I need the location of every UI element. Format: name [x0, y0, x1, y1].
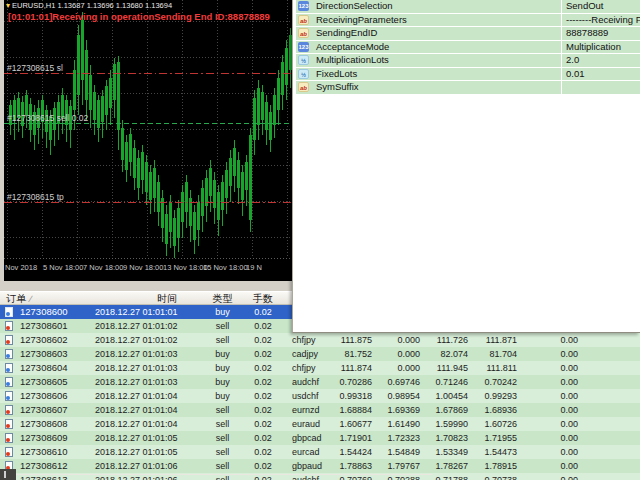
cell-profit: 0.00 [520, 347, 578, 361]
cell-price-open: 1.54424 [322, 445, 372, 459]
cell-price-sl: 1.54849 [372, 445, 420, 459]
candle-body [233, 148, 236, 176]
param-value[interactable]: --------Receiving Param [566, 14, 640, 27]
cell-price-current: 1.71955 [468, 431, 517, 445]
cell-price-sl: 1.72323 [372, 431, 420, 445]
cell-lots: 0.02 [238, 459, 288, 473]
cell-price-sl: 0.000 [372, 347, 420, 361]
param-name: AcceptanceMode [316, 41, 389, 54]
cell-time: 2018.12.27 01:01:06 [95, 459, 177, 473]
candle-body [273, 95, 276, 125]
cell-order: 127308602 [20, 333, 94, 347]
chart-window[interactable]: ▾EURUSD,H1 1.13687 1.13696 1.13680 1.136… [4, 0, 292, 281]
cell-profit: 0.00 [520, 389, 578, 403]
param-name: DirectionSelection [316, 0, 393, 13]
chart-symbol-ohlc: ▾EURUSD,H1 1.13687 1.13696 1.13680 1.136… [6, 1, 172, 10]
candle-body [77, 35, 80, 95]
window-edge-strip [16, 474, 432, 480]
candle-body [125, 142, 128, 170]
candle-body [137, 158, 140, 188]
order-row[interactable]: 1273086122018.12.27 01:01:06sell0.02gbpa… [0, 459, 640, 473]
param-type-half-icon: ½ [298, 69, 309, 79]
order-row[interactable]: 1273086072018.12.27 01:01:04sell0.02eurn… [0, 403, 640, 417]
order-row[interactable]: 1273086042018.12.27 01:01:03buy0.02chfjp… [0, 361, 640, 375]
param-type-123-icon: 123 [298, 1, 309, 11]
header-time[interactable]: 时间 [95, 292, 177, 305]
header-order[interactable]: 订单∕ [6, 292, 32, 306]
order-doc-icon [5, 377, 13, 387]
param-name: SendingEndID [316, 27, 377, 40]
parameter-row[interactable]: abSymSuffix [296, 81, 640, 94]
candle-body [101, 96, 104, 122]
cell-price-open: 111.875 [322, 333, 372, 347]
candle-body [269, 112, 272, 140]
order-doc-icon [5, 405, 13, 415]
candle-body [193, 212, 196, 240]
param-value[interactable]: 2.0 [566, 54, 579, 67]
param-value[interactable]: 0.01 [566, 68, 585, 81]
cell-price-open: 1.60677 [322, 417, 372, 431]
cell-lots: 0.02 [238, 305, 288, 319]
cell-price-sl: 1.69369 [372, 403, 420, 417]
cell-lots: 0.02 [238, 375, 288, 389]
order-row[interactable]: 1273086062018.12.27 01:01:04buy0.02usdch… [0, 389, 640, 403]
expert-properties-dialog: 123DirectionSelectionSendOutabReceivingP… [292, 0, 640, 333]
order-row[interactable]: 1273086102018.12.27 01:01:05sell0.02eurc… [0, 445, 640, 459]
candle-body [153, 168, 156, 198]
cell-profit: 0.00 [520, 361, 578, 375]
candle-body [241, 172, 244, 200]
cell-order: 127308612 [20, 459, 94, 473]
candle-body [173, 218, 176, 246]
parameter-row[interactable]: ½MultiplicationLots2.0 [296, 54, 640, 67]
order-line-label: #127308615 sell 0.02 [7, 113, 88, 123]
candle-body [121, 128, 124, 160]
cell-profit: 0.00 [520, 417, 578, 431]
cell-lots: 0.02 [238, 445, 288, 459]
order-row[interactable]: 1273086052018.12.27 01:01:03buy0.02audch… [0, 375, 640, 389]
order-row[interactable]: 1273086092018.12.27 01:01:05sell0.02gbpc… [0, 431, 640, 445]
header-lots[interactable]: 手数 [238, 292, 288, 305]
cell-price-sl: 0.000 [372, 361, 420, 375]
param-value[interactable]: Multiplication [566, 41, 621, 54]
parameter-row[interactable]: abReceivingParameters--------Receiving P… [296, 14, 640, 27]
cell-price-open: 1.71901 [322, 431, 372, 445]
candle-body [97, 100, 100, 128]
chart-ohlc-text: EURUSD,H1 1.13687 1.13696 1.13680 1.1369… [12, 1, 172, 10]
cell-price-tp: 1.78267 [420, 459, 468, 473]
candle-body [129, 134, 132, 162]
order-row[interactable]: 1273086032018.12.27 01:01:03buy0.02cadjp… [0, 347, 640, 361]
order-row[interactable]: 1273086082018.12.27 01:01:04sell0.02eura… [0, 417, 640, 431]
parameter-row[interactable]: ½FixedLots0.01 [296, 68, 640, 81]
chart-symbol-icon: ▾ [6, 1, 10, 10]
order-sell-dot [6, 452, 10, 456]
cell-price-tp: 1.70823 [420, 431, 468, 445]
candle-body [165, 214, 168, 244]
param-type-ab-icon: ab [298, 28, 309, 38]
cell-time: 2018.12.27 01:01:02 [95, 319, 177, 333]
cell-price-open: 1.68884 [322, 403, 372, 417]
param-type-123-icon: 123 [298, 42, 309, 52]
cell-price-current: 0.99293 [468, 389, 517, 403]
time-axis-label: 19 N [246, 263, 262, 272]
order-buy-dot [6, 396, 10, 400]
param-value[interactable]: 88878889 [566, 27, 608, 40]
parameter-row[interactable]: abSendingEndID88878889 [296, 27, 640, 40]
param-value[interactable]: SendOut [566, 0, 604, 13]
chart-canvas[interactable] [4, 0, 292, 281]
candle-body [265, 102, 268, 130]
candle-body [221, 182, 224, 210]
cell-profit: 0.00 [520, 403, 578, 417]
candle-body [141, 152, 144, 180]
cell-time: 2018.12.27 01:01:01 [95, 305, 177, 319]
parameter-row[interactable]: 123AcceptanceModeMultiplication [296, 41, 640, 54]
cell-lots: 0.02 [238, 389, 288, 403]
candle-body [277, 78, 280, 110]
order-row[interactable]: 1273086022018.12.27 01:01:02sell0.02chfj… [0, 333, 640, 347]
cell-order: 127308600 [20, 305, 94, 319]
candle-body [177, 208, 180, 238]
candle-body [145, 162, 148, 192]
parameter-row[interactable]: 123DirectionSelectionSendOut [296, 0, 640, 13]
param-name: ReceivingParameters [316, 14, 407, 27]
candle-body [285, 48, 288, 85]
cell-time: 2018.12.27 01:01:04 [95, 389, 177, 403]
